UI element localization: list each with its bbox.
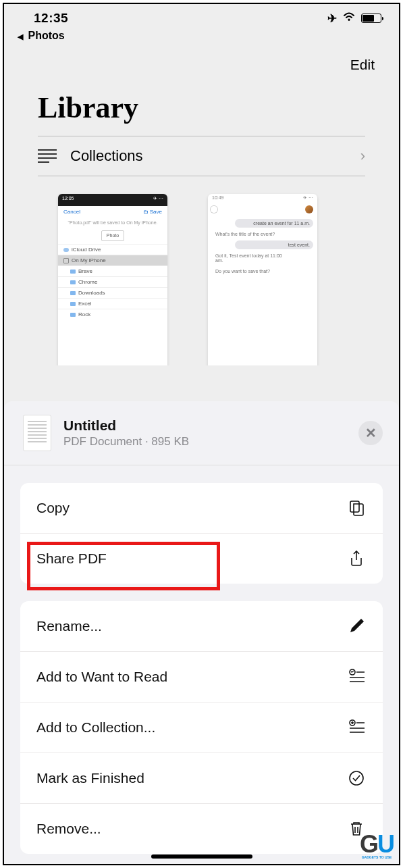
status-bar: 12:35 ✈ <box>4 4 399 27</box>
airplane-mode-icon: ✈ <box>327 11 338 26</box>
library-item-1[interactable]: 12:05✈ ⋯ Cancel🗀 Save "Photo.pdf" will b… <box>58 194 167 365</box>
close-button[interactable]: ✕ <box>358 421 383 445</box>
battery-icon <box>361 14 381 23</box>
status-time: 12:35 <box>34 11 68 26</box>
copy-icon <box>346 498 367 518</box>
menu-share-pdf[interactable]: Share PDF <box>20 533 383 584</box>
menu-mark-finished[interactable]: Mark as Finished <box>20 752 383 803</box>
library-thumbnails: 12:05✈ ⋯ Cancel🗀 Save "Photo.pdf" will b… <box>4 176 399 365</box>
add-collection-icon <box>346 717 367 738</box>
svg-point-0 <box>348 18 350 20</box>
sheet-title: Untitled <box>63 417 189 434</box>
back-to-photos[interactable]: Photos <box>4 27 399 50</box>
pdf-document-icon <box>23 415 51 451</box>
svg-rect-1 <box>350 501 359 512</box>
want-to-read-icon <box>346 667 367 687</box>
menu-label: Rename... <box>36 618 102 634</box>
svg-point-12 <box>350 771 363 785</box>
checkmark-circle-icon <box>346 768 367 788</box>
sheet-subtitle: PDF Document · 895 KB <box>63 435 189 449</box>
menu-label: Mark as Finished <box>36 770 144 786</box>
share-icon <box>346 548 367 569</box>
menu-want-to-read[interactable]: Add to Want to Read <box>20 651 383 702</box>
menu-label: Add to Want to Read <box>36 669 167 685</box>
collections-row[interactable]: Collections › <box>38 136 365 176</box>
watermark-logo: GU GADGETS TO USE <box>360 830 394 859</box>
back-label: Photos <box>28 30 64 41</box>
home-indicator[interactable] <box>151 854 252 859</box>
pencil-icon <box>346 616 367 636</box>
chevron-right-icon: › <box>360 147 365 165</box>
menu-label: Share PDF <box>36 551 107 567</box>
menu-label: Copy <box>36 500 70 516</box>
menu-remove[interactable]: Remove... <box>20 803 383 854</box>
menu-copy[interactable]: Copy <box>20 483 383 533</box>
menu-label: Add to Collection... <box>36 719 155 736</box>
wifi-icon <box>342 11 356 25</box>
edit-button[interactable]: Edit <box>350 57 375 72</box>
menu-label: Remove... <box>36 821 101 837</box>
list-icon <box>38 149 57 163</box>
collections-label: Collections <box>70 147 143 165</box>
menu-rename[interactable]: Rename... <box>20 601 383 651</box>
page-title: Library <box>4 78 399 136</box>
menu-add-collection[interactable]: Add to Collection... <box>20 702 383 752</box>
library-item-2[interactable]: 10:49✈ ⋯ create an event for 11 a.m. Wha… <box>208 194 317 365</box>
action-sheet: Untitled PDF Document · 895 KB ✕ Copy Sh… <box>4 401 399 864</box>
